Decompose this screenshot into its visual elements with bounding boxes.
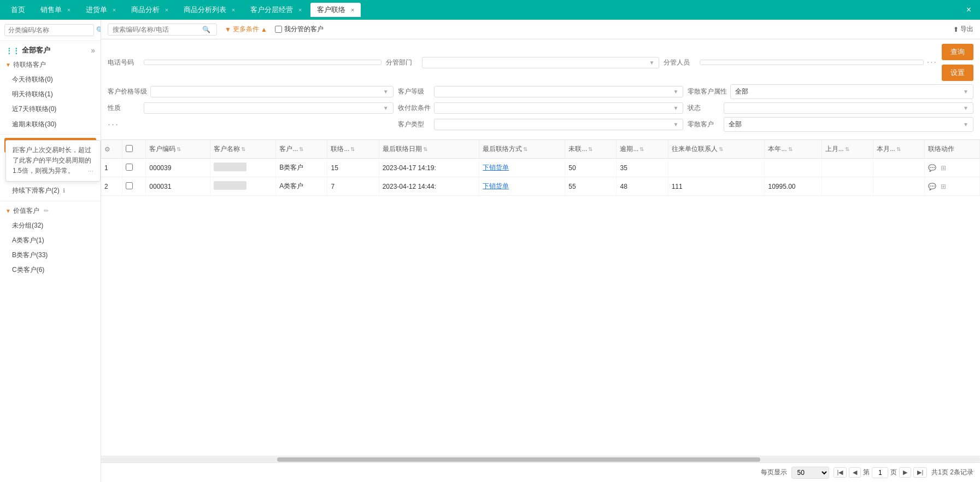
sort-related-icon[interactable]: ⇅: [719, 146, 723, 152]
sort-code-icon[interactable]: ⇅: [177, 146, 181, 152]
scroll-thumb[interactable]: [277, 457, 760, 462]
sort-year-icon[interactable]: ⇅: [788, 146, 793, 152]
ctype-input[interactable]: ▼: [434, 119, 684, 130]
sidebar-item-class-b[interactable]: B类客户(33): [0, 248, 101, 263]
nature-input[interactable]: ▼: [144, 102, 394, 114]
row2-message-icon[interactable]: 💬: [928, 183, 936, 190]
tab-customer-segmentation[interactable]: 客户分层经营 ×: [244, 3, 308, 17]
prev-page-btn[interactable]: ◀: [849, 467, 861, 478]
query-button[interactable]: 查询: [942, 44, 973, 60]
sidebar-item-class-a[interactable]: A类客户(1): [0, 233, 101, 248]
row2-qr-icon[interactable]: ⊞: [941, 183, 946, 190]
col-settings[interactable]: ⚙: [101, 140, 122, 159]
filter-cell-payment: 收付款条件 ▼: [398, 102, 684, 114]
settings-button[interactable]: 设置: [942, 65, 973, 81]
filter-cell-extra: ···: [108, 119, 394, 130]
person-input[interactable]: [700, 60, 923, 65]
more-conditions-btn[interactable]: ▼ 更多条件 ▲: [221, 23, 271, 36]
table-settings-icon[interactable]: ⚙: [104, 146, 110, 153]
first-page-btn[interactable]: |◀: [834, 467, 847, 478]
filter-cell-retail: 零散客户 全部 ▼: [688, 117, 973, 132]
sidebar-item-today-contact[interactable]: 今天待联络(0): [0, 72, 101, 87]
person-dots[interactable]: ···: [927, 57, 937, 67]
sort-type-icon[interactable]: ⇅: [299, 146, 303, 152]
row1-last-method[interactable]: 下销货单: [479, 159, 565, 177]
row2-name[interactable]: [210, 177, 276, 196]
col-this-year: 本年...⇅: [765, 140, 821, 159]
tab-sales[interactable]: 销售单 ×: [34, 3, 77, 17]
per-page-select[interactable]: 50 100 200: [791, 467, 829, 479]
tab-purchase-close[interactable]: ×: [113, 7, 116, 13]
value-customer-group[interactable]: ▼ 价值客户 ✏: [0, 204, 101, 218]
sort-contacts-icon[interactable]: ⇅: [350, 146, 355, 152]
tab-customer-contact-close[interactable]: ×: [351, 7, 354, 13]
col-code: 客户编码⇅: [146, 140, 210, 159]
sort-overdue-icon[interactable]: ⇅: [639, 146, 644, 152]
sort-method-icon[interactable]: ⇅: [523, 146, 527, 152]
sidebar-item-7day-contact[interactable]: 近7天待联络(0): [0, 102, 101, 117]
sort-last-month-icon[interactable]: ⇅: [845, 146, 849, 152]
horizontal-scrollbar[interactable]: [101, 456, 980, 462]
sort-date-icon[interactable]: ⇅: [423, 146, 427, 152]
price-grade-input[interactable]: ▼: [150, 86, 394, 97]
row1-name[interactable]: [210, 159, 276, 177]
edit-icon[interactable]: ✏: [44, 207, 49, 214]
customer-grade-input[interactable]: ▼: [434, 86, 684, 97]
main-search-icon[interactable]: 🔍: [202, 26, 210, 33]
row1-index: 1: [101, 159, 122, 177]
window-close-button[interactable]: ×: [962, 3, 976, 17]
sort-name-icon[interactable]: ⇅: [241, 146, 245, 152]
sidebar-collapse-btn[interactable]: »: [91, 46, 95, 55]
tab-customer-contact[interactable]: 客户联络 ×: [310, 3, 361, 17]
extra-dots[interactable]: ···: [108, 119, 119, 130]
row1-message-icon[interactable]: 💬: [928, 164, 936, 172]
main-search-input[interactable]: [113, 26, 200, 33]
retail-input[interactable]: 全部 ▼: [724, 117, 973, 132]
my-customers-checkbox[interactable]: [275, 26, 282, 33]
my-customers-filter[interactable]: 我分管的客户: [275, 25, 324, 34]
tab-product-list[interactable]: 商品分析列表 ×: [177, 3, 242, 17]
filter-bar: 🔍 ▼ 更多条件 ▲ 我分管的客户 ⬆ 导出: [101, 20, 980, 39]
export-button[interactable]: ⬆ 导出: [953, 25, 973, 34]
page-number-input[interactable]: [872, 467, 888, 478]
sidebar-item-tomorrow-contact[interactable]: 明天待联络(1): [0, 87, 101, 102]
sort-this-month-icon[interactable]: ⇅: [896, 146, 901, 152]
row2-select[interactable]: [126, 182, 133, 189]
sidebar-item-overdue-contact[interactable]: 逾期未联络(30): [0, 117, 101, 132]
sidebar-search-input[interactable]: [4, 24, 94, 36]
last-page-btn[interactable]: ▶|: [913, 467, 927, 478]
row2-last-method[interactable]: 下销货单: [479, 177, 565, 196]
col-contacts-count: 联络...⇅: [327, 140, 379, 159]
filter-icon: ▼: [225, 26, 231, 33]
tab-product-analysis[interactable]: 商品分析 ×: [125, 3, 175, 17]
row1-select[interactable]: [126, 164, 133, 171]
sidebar-item-class-c[interactable]: C类客户(6): [0, 263, 101, 277]
per-page-label: 每页显示: [761, 468, 787, 477]
row1-related: [668, 159, 765, 177]
tab-customer-segmentation-close[interactable]: ×: [298, 7, 302, 13]
payment-input[interactable]: ▼: [434, 102, 684, 114]
retail-attr-input[interactable]: 全部 ▼: [730, 84, 973, 99]
tooltip-dots[interactable]: ···: [88, 166, 93, 176]
tab-product-list-close[interactable]: ×: [232, 7, 235, 13]
sidebar-search-icon[interactable]: 🔍: [96, 26, 101, 34]
sidebar-item-unclassified[interactable]: 未分组(32): [0, 218, 101, 233]
pending-contact-group[interactable]: ▼ 待联络客户: [0, 57, 101, 72]
retail-attr-chevron: ▼: [963, 89, 969, 95]
tab-sales-close[interactable]: ×: [67, 7, 71, 13]
sidebar-item-declining[interactable]: 持续下滑客户(2) ℹ: [0, 183, 101, 198]
sort-uncontacted-icon[interactable]: ⇅: [588, 146, 592, 152]
next-page-btn[interactable]: ▶: [899, 467, 911, 478]
sidebar-divider-1: [0, 134, 101, 135]
status-input[interactable]: ▼: [724, 102, 973, 114]
row1-qr-icon[interactable]: ⊞: [941, 164, 946, 172]
tab-product-analysis-close[interactable]: ×: [165, 7, 168, 13]
sidebar-divider-2: [0, 201, 101, 201]
phone-input[interactable]: [144, 60, 382, 65]
col-this-month: 本月...⇅: [873, 140, 924, 159]
tab-home[interactable]: 首页: [4, 3, 32, 17]
tab-purchase[interactable]: 进货单 ×: [79, 3, 122, 17]
dept-input[interactable]: ▼: [422, 57, 660, 68]
select-all-checkbox[interactable]: [126, 145, 133, 152]
row1-overdue: 35: [617, 159, 668, 177]
